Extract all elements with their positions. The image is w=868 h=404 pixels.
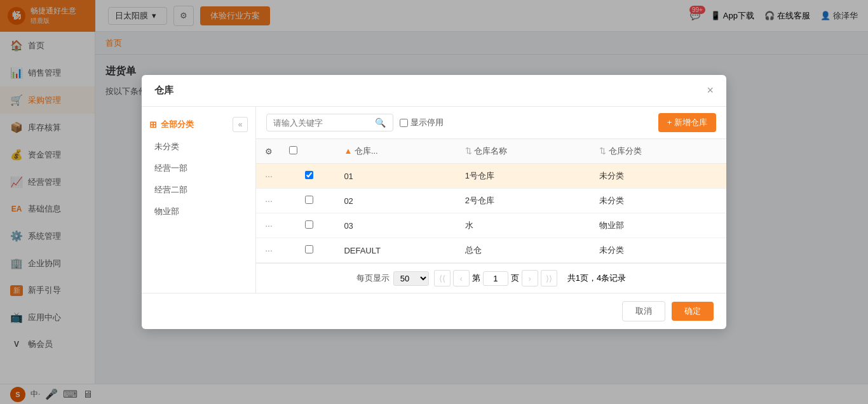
category-item-ops2[interactable]: 经营二部 <box>142 179 255 201</box>
row-action-button[interactable]: ··· <box>265 245 273 255</box>
name-cell: 水 <box>458 213 592 238</box>
action-cell: ··· <box>256 189 281 213</box>
cancel-button[interactable]: 取消 <box>622 301 665 321</box>
row-checkbox[interactable] <box>305 245 313 253</box>
name-cell: 总仓 <box>458 238 592 263</box>
category-panel: ⊞ 全部分类 « 未分类 经营一部 经营二部 物业部 <box>142 107 256 293</box>
code-cell: 01 <box>336 164 457 189</box>
grid-icon: ⊞ <box>149 119 157 130</box>
table-scroll: ⚙ ▲ 仓库... ⇅ <box>256 139 726 263</box>
name-cell: 1号仓库 <box>458 164 592 189</box>
sort-icon3: ⇅ <box>599 146 606 156</box>
action-cell: ··· <box>256 238 281 263</box>
category-cell: 未分类 <box>592 164 726 189</box>
table-panel: 🔍 显示停用 + 新增仓库 ⚙ <box>256 107 726 293</box>
gear-column-header: ⚙ <box>256 139 281 164</box>
confirm-button[interactable]: 确定 <box>672 302 714 321</box>
category-cell: 未分类 <box>592 189 726 213</box>
table-row[interactable]: ··· 03 水 物业部 <box>256 213 726 238</box>
table-row[interactable]: ··· 01 1号仓库 未分类 <box>256 164 726 189</box>
show-disabled-checkbox[interactable] <box>400 119 408 127</box>
category-item-ops1[interactable]: 经营一部 <box>142 158 255 179</box>
category-header: ⊞ 全部分类 « <box>142 113 255 136</box>
table-row[interactable]: ··· 02 2号仓库 未分类 <box>256 189 726 213</box>
code-column-header: ▲ 仓库... <box>336 139 457 164</box>
row-action-button[interactable]: ··· <box>265 171 273 181</box>
checkbox-cell <box>281 164 336 189</box>
page-label: 第 <box>472 273 480 284</box>
category-cell: 未分类 <box>592 238 726 263</box>
modal-footer: 取消 确定 <box>142 293 726 329</box>
search-icon[interactable]: 🔍 <box>375 118 386 128</box>
modal-title: 仓库 <box>154 84 173 97</box>
code-cell: DEFAULT <box>336 238 457 263</box>
row-action-button[interactable]: ··· <box>265 196 273 206</box>
page-input[interactable] <box>483 271 508 286</box>
first-page-button[interactable]: ⟨⟨ <box>434 270 451 286</box>
close-icon[interactable]: × <box>707 84 714 97</box>
last-page-button[interactable]: ⟩⟩ <box>541 270 557 286</box>
search-input[interactable] <box>273 118 375 128</box>
per-page-label: 每页显示 <box>356 273 390 284</box>
add-warehouse-button[interactable]: + 新增仓库 <box>658 113 716 132</box>
code-cell: 02 <box>336 189 457 213</box>
select-all-checkbox[interactable] <box>289 146 297 154</box>
pagination: 每页显示 50 20 100 ⟨⟨ ‹ 第 页 › <box>256 263 726 293</box>
category-cell: 物业部 <box>592 213 726 238</box>
all-category-label: 全部分类 <box>161 119 194 130</box>
category-column-header: ⇅ 仓库分类 <box>592 139 726 164</box>
prev-page-button[interactable]: ‹ <box>453 270 470 286</box>
table-toolbar: 🔍 显示停用 + 新增仓库 <box>256 107 726 139</box>
page-navigation: ⟨⟨ ‹ 第 页 › ⟩⟩ <box>434 270 557 286</box>
sort-icon: ▲ <box>344 146 352 156</box>
show-disabled-label: 显示停用 <box>400 117 444 128</box>
row-checkbox[interactable] <box>305 196 313 204</box>
search-box: 🔍 <box>266 114 393 131</box>
per-page-select[interactable]: 50 20 100 <box>393 271 429 286</box>
modal-body: ⊞ 全部分类 « 未分类 经营一部 经营二部 物业部 <box>142 107 726 293</box>
category-item-property[interactable]: 物业部 <box>142 201 255 222</box>
page-suffix: 页 <box>511 273 519 284</box>
checkbox-cell <box>281 238 336 263</box>
collapse-button[interactable]: « <box>233 117 248 132</box>
row-action-button[interactable]: ··· <box>265 220 273 231</box>
table-row[interactable]: ··· DEFAULT 总仓 未分类 <box>256 238 726 263</box>
modal-overlay: 仓库 × ⊞ 全部分类 « 未分类 经营一部 <box>0 0 868 404</box>
code-cell: 03 <box>336 213 457 238</box>
gear-icon: ⚙ <box>265 147 273 156</box>
checkbox-cell <box>281 189 336 213</box>
checkbox-cell <box>281 213 336 238</box>
modal-header: 仓库 × <box>142 75 726 107</box>
per-page-selector: 每页显示 50 20 100 <box>356 271 429 286</box>
action-cell: ··· <box>256 213 281 238</box>
warehouse-table: ⚙ ▲ 仓库... ⇅ <box>256 139 726 263</box>
warehouse-modal: 仓库 × ⊞ 全部分类 « 未分类 经营一部 <box>142 75 726 329</box>
sort-icon2: ⇅ <box>465 146 472 156</box>
checkbox-column-header <box>281 139 336 164</box>
row-checkbox[interactable] <box>305 171 313 179</box>
row-checkbox[interactable] <box>305 220 313 229</box>
all-category[interactable]: ⊞ 全部分类 <box>149 119 194 130</box>
name-column-header: ⇅ 仓库名称 <box>458 139 592 164</box>
name-cell: 2号仓库 <box>458 189 592 213</box>
next-page-button[interactable]: › <box>522 270 538 286</box>
action-cell: ··· <box>256 164 281 189</box>
total-info: 共1页，4条记录 <box>567 273 626 284</box>
category-item-uncategorized[interactable]: 未分类 <box>142 136 255 158</box>
